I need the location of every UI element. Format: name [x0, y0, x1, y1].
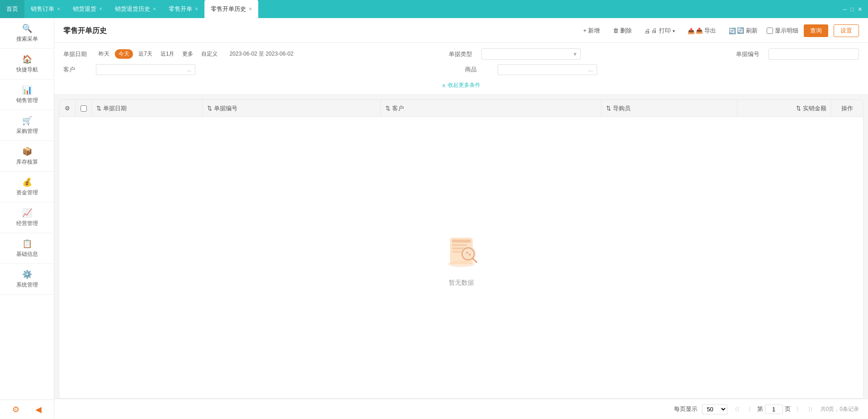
query-button[interactable]: 查询 — [804, 24, 828, 37]
sidebar-label-basic-info: 基础信息 — [16, 250, 38, 258]
sidebar-item-finance[interactable]: 💰资金管理 — [0, 172, 54, 202]
tab-close-retail-open-history[interactable]: × — [249, 6, 252, 12]
table-area: ⚙ ⇅ 单据日期 ⇅ 单据编号 ⇅ 客户 ⇅ — [59, 99, 863, 399]
tab-retail-open[interactable]: 零售开单× — [162, 0, 204, 18]
sidebar-icon-basic-info: 📋 — [22, 239, 32, 249]
page-header: 零售开单历史 + 新增 🗑 删除 🖨 🖨 打印 ▾ 📤 📤 导出 🔄 — [54, 18, 868, 43]
sidebar-item-inventory[interactable]: 📦库存核算 — [0, 141, 54, 172]
sidebar-label-inventory: 库存核算 — [16, 158, 38, 166]
svg-point-9 — [466, 252, 468, 254]
tab-label-sales-order: 销售订单 — [31, 5, 54, 13]
sidebar-icon-search-purchase: 🔍 — [22, 24, 32, 33]
doc-type-select[interactable]: ▾ — [481, 48, 581, 60]
show-detail-label: 显示明细 — [775, 27, 798, 35]
sidebar-item-system[interactable]: ⚙️系统管理 — [0, 264, 54, 295]
sidebar-item-search-purchase[interactable]: 🔍搜索采单 — [0, 18, 54, 49]
tab-label-retail-open-history: 零售开单历史 — [211, 5, 246, 13]
collapse-label: 收起更多条件 — [448, 81, 480, 89]
date-opt-last1month[interactable]: 近1月 — [158, 49, 177, 59]
th-customer-sort-icon: ⇅ — [385, 105, 390, 112]
total-info: 共0页，0条记录 — [821, 405, 859, 413]
customer-select[interactable]: ... — [96, 64, 195, 75]
tab-sales-return-history[interactable]: 销货退货历史× — [109, 0, 162, 18]
doc-num-label: 单据编号 — [736, 50, 761, 58]
th-amount[interactable]: ⇅ 实销金额 — [737, 100, 831, 117]
sidebar-icon-purchase-mgmt: 🛒 — [22, 116, 32, 126]
page-label-after: 页 — [785, 405, 791, 413]
sidebar-item-purchase-mgmt[interactable]: 🛒采购管理 — [0, 110, 54, 141]
print-dropdown-icon: ▾ — [673, 28, 675, 33]
last-page-btn[interactable]: ⟩⟩ — [805, 404, 816, 414]
next-page-btn[interactable]: ⟩ — [792, 404, 803, 414]
th-amount-sort-icon: ⇅ — [796, 105, 801, 112]
column-settings-icon[interactable]: ⚙ — [65, 105, 70, 112]
sidebar-item-basic-info[interactable]: 📋基础信息 — [0, 233, 54, 264]
date-options: 昨天今天近7天近1月更多自定义 — [96, 49, 220, 59]
date-opt-yesterday[interactable]: 昨天 — [96, 49, 112, 59]
date-opt-custom[interactable]: 自定义 — [199, 49, 220, 59]
svg-point-10 — [468, 254, 470, 256]
sidebar-item-quick-nav[interactable]: 🏠快捷导航 — [0, 49, 54, 80]
page-input[interactable] — [765, 405, 783, 414]
tab-label-sales-return: 销货退货 — [73, 5, 96, 13]
top-bar: 首页销售订单×销货退货×销货退货历史×零售开单×零售开单历史× ─ □ ✕ — [0, 0, 868, 18]
prev-page-btn[interactable]: ⟨ — [745, 404, 755, 414]
refresh-button[interactable]: 🔄 🔄 刷新 — [725, 25, 761, 37]
collapse-sidebar-icon[interactable]: ◀ — [35, 405, 42, 414]
tab-close-sales-return-history[interactable]: × — [153, 6, 156, 12]
settings-bottom-icon[interactable]: ⚙ — [12, 405, 19, 414]
sidebar-label-sales-mgmt: 销售管理 — [16, 97, 38, 104]
tab-close-sales-order[interactable]: × — [57, 6, 60, 12]
page-size-select[interactable]: 50 10 20 100 — [702, 404, 727, 414]
tab-bar: 首页销售订单×销货退货×销货退货历史×零售开单×零售开单历史× — [0, 0, 837, 18]
add-button[interactable]: + 新增 — [579, 25, 603, 37]
page-title: 零售开单历史 — [63, 26, 107, 36]
date-range-display: 2023-06-02 至 2023-06-02 — [229, 50, 293, 58]
tab-sales-order[interactable]: 销售订单× — [24, 0, 66, 18]
show-detail-input[interactable] — [767, 28, 773, 34]
collapse-filter-bar[interactable]: ∧ 收起更多条件 — [63, 80, 859, 89]
tab-home[interactable]: 首页 — [0, 0, 24, 18]
sidebar-label-operations: 经营管理 — [16, 220, 38, 227]
sidebar-icon-finance: 💰 — [22, 177, 32, 187]
date-opt-today[interactable]: 今天 — [115, 49, 133, 59]
export-button[interactable]: 📤 📤 导出 — [684, 25, 720, 37]
th-settings[interactable]: ⚙ — [59, 100, 76, 117]
tab-retail-open-history[interactable]: 零售开单历史× — [204, 0, 258, 18]
show-detail-checkbox[interactable]: 显示明细 — [767, 27, 798, 35]
doc-num-input[interactable] — [768, 48, 859, 60]
print-button[interactable]: 🖨 🖨 打印 ▾ — [641, 25, 678, 37]
close-button[interactable]: ✕ — [858, 6, 863, 13]
tab-sales-return[interactable]: 销货退货× — [66, 0, 109, 18]
date-opt-more[interactable]: 更多 — [180, 49, 196, 59]
filter-bar: 单据日期 昨天今天近7天近1月更多自定义 2023-06-02 至 2023-0… — [54, 43, 868, 95]
maximize-button[interactable]: □ — [850, 6, 854, 13]
empty-state: 暂无数据 — [59, 117, 863, 398]
tab-label-retail-open: 零售开单 — [169, 5, 192, 13]
tab-close-sales-return[interactable]: × — [99, 6, 102, 12]
th-checkbox[interactable] — [76, 100, 92, 117]
sidebar-label-finance: 资金管理 — [16, 189, 38, 197]
sidebar-items: 🔍搜索采单🏠快捷导航📊销售管理🛒采购管理📦库存核算💰资金管理📈经营管理📋基础信息… — [0, 18, 54, 295]
th-customer[interactable]: ⇅ 客户 — [381, 100, 601, 117]
collapse-up-icon: ∧ — [442, 82, 446, 89]
first-page-btn[interactable]: ⟨⟨ — [732, 404, 743, 414]
th-num[interactable]: ⇅ 单据编号 — [203, 100, 381, 117]
th-salesperson[interactable]: ⇅ 导购员 — [602, 100, 738, 117]
goods-select[interactable]: ... — [498, 64, 597, 75]
settings-button[interactable]: 设置 — [834, 24, 859, 37]
tab-close-retail-open[interactable]: × — [195, 6, 198, 12]
select-all-checkbox[interactable] — [81, 105, 87, 112]
page-nav: ⟨⟨ ⟨ 第 页 ⟩ ⟩⟩ — [732, 404, 816, 414]
sidebar-item-sales-mgmt[interactable]: 📊销售管理 — [0, 80, 54, 110]
content-area: 零售开单历史 + 新增 🗑 删除 🖨 🖨 打印 ▾ 📤 📤 导出 🔄 — [54, 18, 868, 419]
delete-button[interactable]: 🗑 删除 — [609, 25, 636, 37]
sidebar-item-operations[interactable]: 📈经营管理 — [0, 202, 54, 233]
doc-type-label: 单据类型 — [449, 50, 474, 58]
print-icon: 🖨 — [645, 28, 650, 34]
sidebar-icon-system: ⚙️ — [22, 269, 32, 279]
th-salesperson-sort-icon: ⇅ — [606, 105, 611, 112]
th-date[interactable]: ⇅ 单据日期 — [92, 100, 203, 117]
date-opt-last7days[interactable]: 近7天 — [136, 49, 155, 59]
minimize-button[interactable]: ─ — [843, 6, 847, 13]
